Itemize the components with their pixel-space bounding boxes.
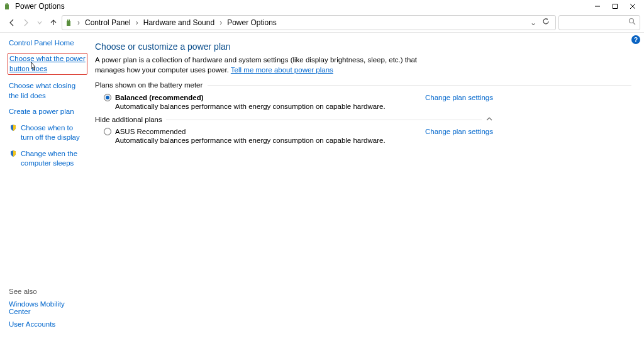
tell-me-more-link[interactable]: Tell me more about power plans bbox=[231, 66, 333, 74]
sidebar-link-closing-lid[interactable]: Choose what closing the lid does bbox=[9, 81, 86, 101]
search-input[interactable] bbox=[558, 15, 640, 30]
svg-rect-0 bbox=[5, 4, 9, 9]
svg-rect-2 bbox=[8, 3, 9, 4]
chevron-right-icon[interactable]: › bbox=[135, 18, 140, 27]
sidebar-link-create-plan[interactable]: Create a power plan bbox=[9, 107, 86, 117]
plan-description: Automatically balances performance with … bbox=[115, 137, 631, 144]
svg-rect-9 bbox=[69, 20, 70, 21]
battery-meter-section: Plans shown on the battery meter bbox=[95, 81, 631, 89]
power-options-icon bbox=[4, 2, 13, 11]
svg-rect-8 bbox=[67, 20, 69, 21]
minimize-button[interactable] bbox=[589, 0, 606, 13]
see-also-title: See also bbox=[9, 288, 86, 295]
plan-name: ASUS Recommended bbox=[115, 128, 186, 135]
see-also-section: See also Windows Mobility Center User Ac… bbox=[9, 288, 86, 337]
plan-asus-radio[interactable] bbox=[104, 128, 111, 135]
up-button[interactable] bbox=[48, 16, 59, 29]
sidebar: Control Panel Home Choose what the power… bbox=[0, 33, 91, 343]
chevron-right-icon[interactable]: › bbox=[76, 18, 81, 27]
window-controls bbox=[589, 0, 641, 13]
chevron-down-icon[interactable]: ⌄ bbox=[530, 18, 536, 27]
back-button[interactable] bbox=[6, 16, 18, 29]
help-button[interactable]: ? bbox=[631, 35, 640, 44]
sidebar-home-link[interactable]: Control Panel Home bbox=[9, 39, 86, 47]
search-icon bbox=[628, 18, 636, 27]
change-plan-settings-link[interactable]: Change plan settings bbox=[425, 128, 631, 135]
page-title: Choose or customize a power plan bbox=[95, 42, 631, 52]
sidebar-link-label: Choose when to turn off the display bbox=[21, 123, 86, 143]
forward-button[interactable] bbox=[20, 16, 31, 29]
svg-rect-4 bbox=[613, 4, 618, 9]
maximize-button[interactable] bbox=[606, 0, 624, 13]
navbar: › Control Panel › Hardware and Sound › P… bbox=[0, 13, 644, 33]
breadcrumb[interactable]: Power Options bbox=[225, 17, 279, 28]
sidebar-link-computer-sleeps[interactable]: Change when the computer sleeps bbox=[9, 149, 86, 169]
see-also-link-mobility[interactable]: Windows Mobility Center bbox=[9, 300, 86, 315]
main-panel: ? Choose or customize a power plan A pow… bbox=[91, 33, 644, 343]
plan-description: Automatically balances performance with … bbox=[115, 103, 631, 110]
change-plan-settings-link[interactable]: Change plan settings bbox=[425, 94, 631, 101]
cursor-icon bbox=[28, 62, 37, 76]
chevron-right-icon[interactable]: › bbox=[218, 18, 223, 27]
hide-label: Hide additional plans bbox=[95, 116, 162, 123]
sidebar-link-label: Choose what the power button does bbox=[9, 55, 86, 72]
shield-icon bbox=[9, 123, 18, 143]
section-label: Plans shown on the battery meter bbox=[95, 81, 203, 89]
plan-balanced-radio[interactable] bbox=[104, 94, 111, 101]
recent-dropdown[interactable] bbox=[34, 16, 45, 29]
divider bbox=[166, 120, 482, 120]
address-bar[interactable]: › Control Panel › Hardware and Sound › P… bbox=[62, 15, 556, 30]
chevron-up-icon bbox=[486, 115, 631, 124]
shield-icon bbox=[9, 149, 18, 169]
plan-balanced: Balanced (recommended) Change plan setti… bbox=[104, 94, 631, 101]
svg-line-11 bbox=[633, 23, 635, 25]
page-description: A power plan is a collection of hardware… bbox=[95, 55, 447, 75]
close-button[interactable] bbox=[624, 0, 641, 13]
svg-rect-1 bbox=[6, 3, 7, 4]
breadcrumb[interactable]: Hardware and Sound bbox=[141, 17, 217, 28]
svg-rect-7 bbox=[67, 21, 70, 26]
plan-name: Balanced (recommended) bbox=[115, 94, 204, 101]
refresh-button[interactable] bbox=[541, 17, 550, 28]
power-options-icon bbox=[65, 18, 75, 28]
content: Control Panel Home Choose what the power… bbox=[0, 33, 644, 343]
window-title: Power Options bbox=[15, 2, 65, 11]
sidebar-link-label: Change when the computer sleeps bbox=[21, 149, 86, 169]
sidebar-link-turn-off-display[interactable]: Choose when to turn off the display bbox=[9, 123, 86, 143]
breadcrumb[interactable]: Control Panel bbox=[82, 17, 133, 28]
divider bbox=[208, 85, 631, 86]
titlebar: Power Options bbox=[0, 0, 644, 13]
see-also-link-accounts[interactable]: User Accounts bbox=[9, 320, 86, 328]
svg-point-10 bbox=[630, 19, 634, 23]
plan-asus: ASUS Recommended Change plan settings bbox=[104, 128, 631, 135]
hide-additional-plans[interactable]: Hide additional plans bbox=[95, 115, 631, 124]
sidebar-link-power-button[interactable]: Choose what the power button does bbox=[8, 53, 87, 75]
